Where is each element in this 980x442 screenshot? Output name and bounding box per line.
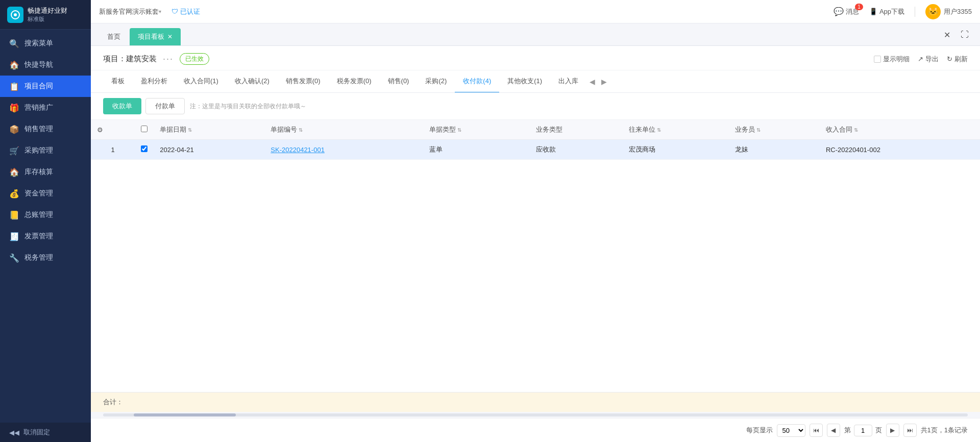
divider: [915, 7, 915, 17]
col-header-check: [135, 120, 154, 140]
app-logo-icon: [7, 7, 23, 23]
project-header: 项目：建筑安装 ··· 已生效 显示明细 ↗ 导出 ↻ 刷新: [91, 46, 980, 70]
prev-page-button[interactable]: ◀: [827, 424, 840, 437]
sub-tab-sales-invoice[interactable]: 销售发票(0): [278, 70, 329, 93]
sub-tab-prev-arrow[interactable]: ◀: [586, 73, 598, 90]
total-label: 合计：: [103, 398, 123, 406]
next-page-button[interactable]: ▶: [886, 424, 899, 437]
row-number-link[interactable]: SK-20220421-001: [271, 146, 325, 154]
sidebar-item-label: 营销推广: [24, 103, 53, 112]
page-label: 第: [844, 426, 851, 435]
sub-tab-purchase[interactable]: 采购(2): [417, 70, 455, 93]
sort-icon[interactable]: ⇅: [854, 127, 858, 133]
refresh-icon: ↻: [947, 55, 952, 63]
sort-icon[interactable]: ⇅: [657, 127, 661, 133]
sub-tab-profit[interactable]: 盈利分析: [133, 70, 176, 93]
svg-point-1: [14, 13, 17, 16]
sales-icon: 📦: [9, 124, 19, 134]
sub-tab-board[interactable]: 看板: [103, 70, 133, 93]
sub-tab-tax-invoice[interactable]: 税务发票(0): [329, 70, 380, 93]
tabbar: 首页项目看板✕ ✕ ⛶: [91, 23, 980, 46]
sidebar-item-label: 采购管理: [24, 146, 53, 155]
receipt-tab-bar: 收款单付款单 注：这里是与项目关联的全部收付款单哦～: [91, 93, 980, 120]
sort-icon[interactable]: ⇅: [188, 127, 192, 133]
sub-tabs: 看板盈利分析收入合同(1)收入确认(2)销售发票(0)税务发票(0)销售(0)采…: [91, 70, 980, 93]
sidebar-item-tax[interactable]: 🔧 税务管理: [0, 247, 91, 268]
scrollbar-thumb[interactable]: [134, 413, 236, 416]
receipt-note: 注：这里是与项目关联的全部收付款单哦～: [190, 102, 306, 111]
sidebar-item-invoice[interactable]: 🧾 发票管理: [0, 226, 91, 247]
settings-icon[interactable]: ⚙: [97, 126, 103, 134]
sort-icon[interactable]: ⇅: [457, 127, 461, 133]
col-header-salesman[interactable]: 业务员⇅: [729, 120, 819, 140]
sub-tab-income-confirm[interactable]: 收入确认(2): [227, 70, 278, 93]
sub-tab-next-arrow[interactable]: ▶: [598, 73, 610, 90]
sub-tab-income-contract[interactable]: 收入合同(1): [176, 70, 227, 93]
row-salesman: 龙妹: [729, 140, 819, 160]
user-menu[interactable]: 🐱 用户3355: [925, 4, 972, 19]
topbar: 新服务官网演示账套 ▾ 🛡 已认证 💬 消息 1 📱 App下载 🐱 用户335…: [91, 0, 980, 23]
per-page-label: 每页显示: [746, 426, 773, 435]
project-header-right: 显示明细 ↗ 导出 ↻ 刷新: [874, 55, 968, 64]
sidebar-item-quicknav[interactable]: 🏠 快捷导航: [0, 54, 91, 76]
app-download-button[interactable]: 📱 App下载: [869, 7, 904, 16]
export-button[interactable]: ↗ 导出: [918, 55, 939, 64]
unpin-icon: ◀◀: [9, 429, 19, 436]
horizontal-scrollbar[interactable]: [91, 412, 980, 418]
receipt-tab-receipt-bill[interactable]: 收款单: [103, 98, 141, 114]
account-selector[interactable]: 新服务官网演示账套 ▾: [99, 7, 161, 16]
quicknav-icon: 🏠: [9, 60, 19, 70]
receipt-tab-payment-bill[interactable]: 付款单: [145, 98, 185, 114]
project-name: 建筑安装: [126, 54, 157, 63]
sidebar-item-marketing[interactable]: 🎁 营销推广: [0, 97, 91, 118]
select-all-checkbox[interactable]: [141, 126, 148, 132]
sidebar-item-inventory[interactable]: 🏠 库存核算: [0, 161, 91, 183]
first-page-button[interactable]: ⏮: [810, 424, 823, 437]
row-index: 1: [91, 140, 135, 160]
certified-label: 已认证: [180, 7, 200, 16]
page-number-input[interactable]: [854, 425, 872, 436]
sidebar-item-label: 发票管理: [24, 232, 53, 241]
sub-tab-warehouse[interactable]: 出入库: [550, 70, 586, 93]
table-row[interactable]: 1 2022-04-21 SK-20220421-001 蓝单 应收款 宏茂商场…: [91, 140, 980, 160]
sidebar-item-label: 库存核算: [24, 167, 53, 177]
per-page-select[interactable]: 50 100 200: [777, 424, 805, 437]
col-header-income_contract[interactable]: 收入合同⇅: [820, 120, 980, 140]
sidebar-item-sales[interactable]: 📦 销售管理: [0, 118, 91, 140]
mobile-icon: 📱: [869, 8, 877, 15]
sub-tab-sales[interactable]: 销售(0): [380, 70, 418, 93]
account-name: 新服务官网演示账套: [99, 7, 159, 16]
sort-icon[interactable]: ⇅: [299, 127, 303, 133]
sub-tab-receipt[interactable]: 收付款(4): [455, 70, 499, 93]
row-checkbox[interactable]: [141, 145, 148, 152]
sidebar-item-search[interactable]: 🔍 搜索菜单: [0, 33, 91, 54]
close-window-button[interactable]: ✕: [941, 29, 953, 40]
sidebar-item-finance[interactable]: 💰 资金管理: [0, 183, 91, 204]
tab-home[interactable]: 首页: [99, 28, 129, 45]
expand-window-button[interactable]: ⛶: [958, 29, 972, 40]
sidebar-item-contract[interactable]: 📋 项目合同: [0, 76, 91, 97]
last-page-button[interactable]: ⏭: [903, 424, 917, 437]
message-button[interactable]: 💬 消息 1: [834, 7, 859, 16]
message-badge: 1: [855, 4, 863, 10]
user-avatar: 🐱: [925, 4, 941, 19]
sidebar-unpin-button[interactable]: ◀◀ 取消固定: [0, 423, 91, 442]
col-header-type[interactable]: 单据类型⇅: [423, 120, 530, 140]
total-pages-label: 共1页，1条记录: [921, 426, 968, 435]
sub-tab-other-expense[interactable]: 其他收支(1): [499, 70, 550, 93]
contract-icon: 📋: [9, 81, 19, 91]
refresh-button[interactable]: ↻ 刷新: [947, 55, 968, 64]
show-detail-toggle[interactable]: 显示明细: [874, 55, 910, 64]
sidebar-app-title: 畅捷通好业财: [28, 6, 67, 15]
show-detail-checkbox[interactable]: [874, 56, 881, 63]
sidebar-item-purchase[interactable]: 🛒 采购管理: [0, 140, 91, 161]
sort-icon[interactable]: ⇅: [756, 127, 761, 133]
user-name: 用户3355: [944, 7, 972, 16]
tab-project-board[interactable]: 项目看板✕: [130, 28, 181, 45]
col-header-date[interactable]: 单据日期⇅: [154, 120, 264, 140]
project-more-button[interactable]: ···: [163, 54, 174, 64]
sidebar-item-ledger[interactable]: 📒 总账管理: [0, 204, 91, 226]
tab-close-icon[interactable]: ✕: [167, 33, 173, 40]
col-header-unit[interactable]: 往来单位⇅: [623, 120, 729, 140]
col-header-number[interactable]: 单据编号⇅: [264, 120, 423, 140]
